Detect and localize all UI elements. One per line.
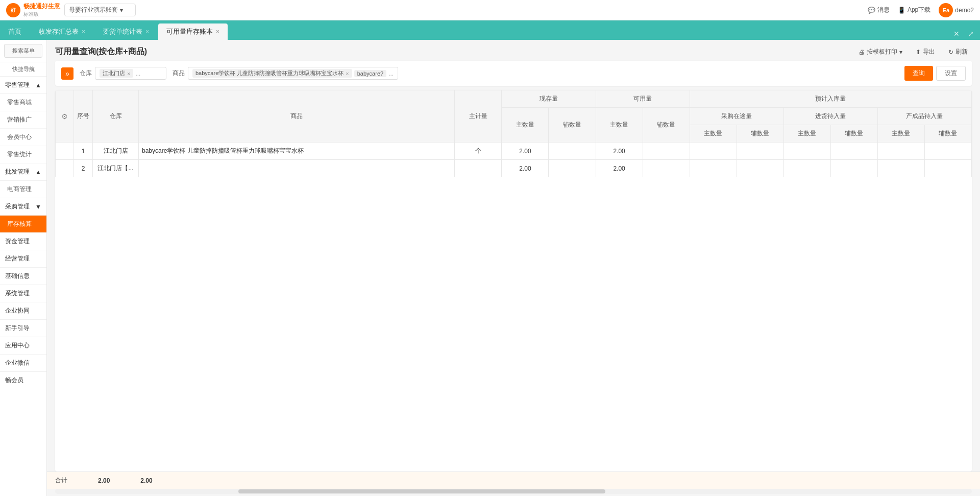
tab-receive-label: 收发存汇总表 [39, 27, 79, 36]
logo-icon: 好 [6, 3, 20, 17]
query-button[interactable]: 查询 [904, 66, 933, 81]
sidebar-group-operations-header[interactable]: 经营管理 [0, 250, 46, 268]
sidebar-group-newbie-header[interactable]: 新手引导 [0, 320, 46, 337]
sidebar-item-marketing[interactable]: 营销推广 [0, 111, 46, 129]
chevron-icon: ▲ [35, 82, 41, 89]
row-in-aux [830, 160, 877, 177]
print-btn[interactable]: 🖨 按模板打印 ▾ [854, 46, 906, 58]
row-warehouse: 江北门店 [93, 143, 139, 160]
sidebar-group-system-header[interactable]: 系统管理 [0, 285, 46, 302]
row-setting [56, 160, 74, 177]
sidebar-search-section: 搜索菜单 [0, 40, 46, 62]
search-menu-btn[interactable]: 搜索菜单 [4, 44, 42, 58]
sidebar-item-retail-stats[interactable]: 零售统计 [0, 146, 46, 163]
scrollbar-thumb[interactable] [238, 489, 605, 493]
product-tag1-remove[interactable]: × [346, 70, 349, 77]
filter-toggle-btn[interactable]: » [61, 67, 74, 80]
sidebar-group-wechat-header[interactable]: 企业微信 [0, 355, 46, 372]
row-pur-main [690, 143, 737, 160]
th-prod-aux: 辅数量 [924, 125, 971, 143]
row-no: 2 [74, 160, 93, 177]
th-in-aux: 辅数量 [830, 125, 877, 143]
message-action[interactable]: 💬 消息 [868, 6, 890, 14]
th-setting[interactable]: ⚙ [56, 90, 74, 143]
sidebar-item-member-center[interactable]: 会员中心 [0, 129, 46, 146]
filter-actions: 查询 设置 [904, 66, 966, 81]
th-planned-group: 预计入库量 [690, 90, 971, 108]
row-warehouse: 江北门店【... [93, 160, 139, 177]
quick-nav-btn[interactable]: 快捷导航 [0, 62, 46, 77]
warehouse-filter-input[interactable]: 江北门店 × ... [95, 67, 166, 80]
sidebar-group-member-header[interactable]: 畅会员 [0, 372, 46, 389]
row-inv-aux [549, 160, 596, 177]
th-prod-main: 主数量 [877, 125, 924, 143]
sidebar-group-retail: 零售管理 ▲ 零售商城 营销推广 会员中心 零售统计 [0, 77, 46, 163]
table-row: 1 江北门店 babycare学饮杯 儿童防摔防撞吸管杯重力球吸嘴杯宝宝水杯 个… [56, 143, 972, 160]
tab-home[interactable]: 首页 [0, 23, 30, 40]
user-action[interactable]: Ea demo2 [939, 3, 974, 17]
sidebar-item-inventory-accounting[interactable]: 库存核算 [0, 216, 46, 233]
th-avail-aux: 辅数量 [643, 108, 690, 143]
tab-inventory[interactable]: 可用量库存账本 × [158, 23, 228, 40]
content-area: 可用量查询(按仓库+商品) 🖨 按模板打印 ▾ ⬆ 导出 ↻ 刷新 » [47, 40, 980, 496]
refresh-icon: ↻ [948, 49, 953, 56]
row-in-main [783, 143, 830, 160]
inventory-table: ⚙ 序号 仓库 商品 主计量 现存量 可用量 预计入库量 主数量 辅数量 主数量 [55, 90, 972, 177]
page-actions: 🖨 按模板打印 ▾ ⬆ 导出 ↻ 刷新 [854, 46, 972, 58]
sidebar-group-wholesale-header[interactable]: 批发管理 ▲ [0, 163, 46, 181]
product-filter-input[interactable]: babycare学饮杯 儿童防摔防撞吸管杯重力球吸嘴杯宝宝水杯 × babyca… [188, 67, 398, 80]
warehouse-filter-field: 仓库 江北门店 × ... [80, 67, 166, 80]
row-product [139, 160, 455, 177]
warehouse-filter-label: 仓库 [80, 69, 92, 78]
sidebar-group-apps-header[interactable]: 应用中心 [0, 337, 46, 355]
row-pur-main [690, 160, 737, 177]
filter-bar: » 仓库 江北门店 × ... 商品 babycare学饮杯 儿童防摔防撞吸管杯… [55, 61, 972, 86]
sidebar: 搜索菜单 快捷导航 零售管理 ▲ 零售商城 营销推广 会员中心 零售统计 批发管… [0, 40, 47, 496]
settings-button[interactable]: 设置 [936, 66, 966, 81]
refresh-btn[interactable]: ↻ 刷新 [944, 46, 972, 58]
th-warehouse: 仓库 [93, 90, 139, 143]
tab-receive-close[interactable]: × [82, 28, 85, 35]
main-layout: 搜索菜单 快捷导航 零售管理 ▲ 零售商城 营销推广 会员中心 零售统计 批发管… [0, 40, 980, 496]
page-header: 可用量查询(按仓库+商品) 🖨 按模板打印 ▾ ⬆ 导出 ↻ 刷新 [47, 40, 980, 61]
sidebar-group-retail-header[interactable]: 零售管理 ▲ [0, 77, 46, 94]
export-btn[interactable]: ⬆ 导出 [912, 46, 939, 58]
row-avail-main: 2.00 [596, 143, 643, 160]
tab-receive[interactable]: 收发存汇总表 × [31, 23, 93, 40]
maximize-window-btn[interactable]: ⤢ [966, 28, 976, 40]
row-setting [56, 143, 74, 160]
sidebar-group-purchase-header[interactable]: 采购管理 ▼ [0, 198, 46, 216]
table-container: ⚙ 序号 仓库 商品 主计量 现存量 可用量 预计入库量 主数量 辅数量 主数量 [55, 90, 972, 471]
sidebar-group-wholesale: 批发管理 ▲ 电商管理 [0, 163, 46, 198]
sidebar-group-basic-header[interactable]: 基础信息 [0, 268, 46, 285]
logo-text: 畅捷通好生意 标准版 [23, 3, 60, 17]
horizontal-scrollbar[interactable] [55, 489, 972, 494]
row-prod-main [877, 143, 924, 160]
download-action[interactable]: 📱 App下载 [898, 6, 930, 14]
row-inv-main: 2.00 [502, 143, 549, 160]
row-avail-aux [643, 143, 690, 160]
sidebar-item-ecommerce[interactable]: 电商管理 [0, 181, 46, 198]
tab-order[interactable]: 要货单统计表 × [94, 23, 157, 40]
row-product: babycare学饮杯 儿童防摔防撞吸管杯重力球吸嘴杯宝宝水杯 [139, 143, 455, 160]
product-filter-label: 商品 [173, 69, 185, 78]
sidebar-item-retail-mall[interactable]: 零售商城 [0, 94, 46, 111]
industry-selector[interactable]: 母婴行业演示账套 ▾ [64, 4, 136, 16]
row-in-aux [830, 143, 877, 160]
tab-order-close[interactable]: × [145, 28, 149, 35]
sidebar-group-enterprise-header[interactable]: 企业协同 [0, 302, 46, 320]
th-avail-main: 主数量 [596, 108, 643, 143]
column-settings-icon[interactable]: ⚙ [61, 112, 68, 121]
close-window-btn[interactable]: ✕ [951, 28, 962, 40]
warehouse-tag-remove[interactable]: × [127, 70, 130, 77]
tab-inventory-label: 可用量库存账本 [166, 27, 213, 36]
footer-total-label: 合计 [55, 476, 67, 485]
row-pur-aux [737, 143, 783, 160]
sidebar-group-finance-header[interactable]: 资金管理 [0, 233, 46, 250]
warehouse-tag: 江北门店 × [100, 69, 133, 78]
th-production-group: 产成品待入量 [877, 108, 971, 125]
product-dots: ... [388, 70, 394, 77]
chevron-down-icon: ▾ [899, 49, 902, 56]
tab-inventory-close[interactable]: × [216, 28, 219, 35]
chevron-icon: ▼ [35, 203, 41, 210]
